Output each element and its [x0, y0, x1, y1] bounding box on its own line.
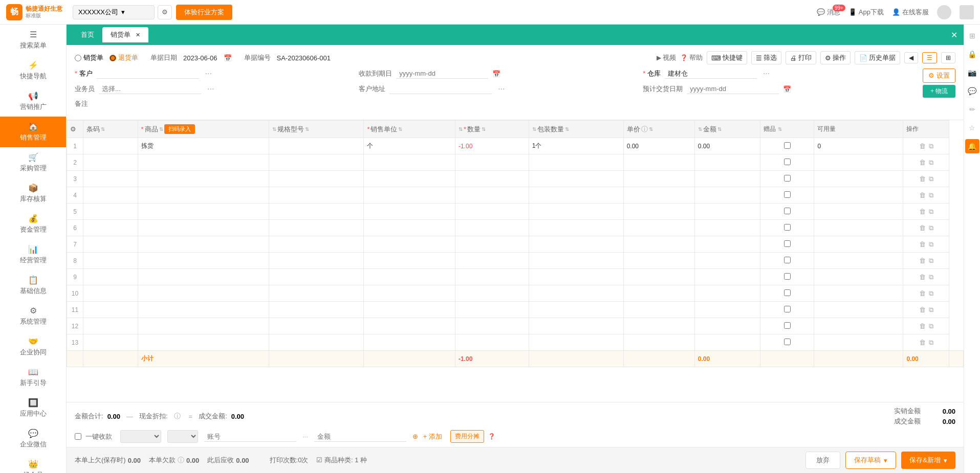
online-service-item[interactable]: 👤 在线客服 — [892, 8, 929, 17]
col-available-header[interactable]: 可用量 — [814, 121, 903, 138]
message-item[interactable]: 💬 消息 99+ — [817, 8, 840, 17]
cell-qty[interactable]: -1.00 — [455, 138, 529, 154]
cell-unit-price[interactable] — [623, 187, 694, 204]
tab-home[interactable]: 首页 — [73, 27, 102, 42]
col-qty-header[interactable]: ⇅ *数量 ⇅ — [455, 121, 529, 138]
cell-gift[interactable] — [760, 285, 814, 302]
sidebar-item-system[interactable]: ⚙ 系统管理 — [0, 301, 66, 331]
cell-gift[interactable] — [760, 187, 814, 204]
one-click-pay-checkbox[interactable] — [75, 433, 81, 440]
delete-icon[interactable]: 🗑 — [919, 142, 926, 150]
cell-spec[interactable] — [269, 269, 364, 285]
cell-unit[interactable] — [364, 154, 455, 171]
cell-barcode[interactable] — [83, 285, 138, 302]
cell-barcode[interactable] — [83, 154, 138, 171]
abandon-button[interactable]: 放弃 — [805, 452, 840, 469]
copy-icon[interactable]: ⧉ — [929, 175, 933, 183]
customer-more-icon[interactable]: ··· — [205, 69, 212, 78]
cell-unit[interactable] — [364, 220, 455, 236]
sidebar-item-finance[interactable]: 💰 资金管理 — [0, 209, 66, 239]
cell-unit-price[interactable] — [623, 253, 694, 269]
cell-spec[interactable] — [269, 154, 364, 171]
col-settings-header[interactable]: ⚙ — [67, 121, 83, 138]
cell-product[interactable] — [138, 204, 269, 220]
col-product-header[interactable]: *商品 ⇅ 扫码录入 — [138, 121, 269, 138]
cell-product[interactable] — [138, 302, 269, 318]
cell-gift[interactable] — [760, 302, 814, 318]
col-barcode-header[interactable]: 条码 ⇅ — [83, 121, 138, 138]
nav-prev-button[interactable]: ◀ — [904, 52, 918, 63]
cell-pack-qty[interactable] — [529, 154, 623, 171]
sidebar-item-quick-nav[interactable]: ⚡ 快捷导航 — [0, 55, 66, 86]
cell-spec[interactable] — [269, 302, 364, 318]
cell-qty[interactable] — [455, 269, 529, 285]
copy-icon[interactable]: ⧉ — [929, 224, 933, 232]
cell-amount[interactable] — [694, 220, 760, 236]
cell-amount[interactable] — [694, 318, 760, 334]
cell-product[interactable]: 拣货 — [138, 138, 269, 154]
cell-unit-price[interactable] — [623, 171, 694, 187]
col-unit-price-header[interactable]: 单价 ⓘ ⇅ — [623, 121, 694, 138]
customer-addr-input[interactable] — [389, 84, 492, 94]
cell-unit-price[interactable] — [623, 220, 694, 236]
cell-pack-qty[interactable]: 1个 — [529, 138, 623, 154]
cell-unit[interactable] — [364, 302, 455, 318]
cell-barcode[interactable] — [83, 269, 138, 285]
sidebar-item-member[interactable]: 👑 畅会员 — [0, 454, 66, 473]
cell-amount[interactable] — [694, 187, 760, 204]
warehouse-input[interactable] — [665, 69, 757, 79]
cell-spec[interactable] — [269, 318, 364, 334]
cell-unit-price[interactable] — [623, 154, 694, 171]
cell-barcode[interactable] — [83, 204, 138, 220]
save-button[interactable]: 保存&新增 ▾ — [901, 452, 955, 469]
copy-icon[interactable]: ⧉ — [929, 289, 933, 298]
user-menu[interactable] — [960, 5, 974, 19]
radio-sales-order[interactable]: 销货单 — [75, 53, 103, 62]
cell-amount[interactable] — [694, 171, 760, 187]
delete-icon[interactable]: 🗑 — [919, 289, 926, 298]
cell-gift[interactable] — [760, 253, 814, 269]
col-pack-qty-header[interactable]: ⇅ 包装数量 ⇅ — [529, 121, 623, 138]
col-gift-header[interactable]: 赠品 ⇅ — [760, 121, 814, 138]
video-link[interactable]: ▶ 视频 — [657, 53, 676, 62]
cell-pack-qty[interactable] — [529, 236, 623, 253]
copy-icon[interactable]: ⧉ — [929, 339, 933, 347]
cell-gift[interactable] — [760, 138, 814, 154]
view-list-button[interactable]: ☰ — [922, 52, 937, 63]
payment-calendar-icon[interactable]: 📅 — [492, 70, 500, 78]
cell-qty[interactable] — [455, 253, 529, 269]
cell-product[interactable] — [138, 253, 269, 269]
cell-gift[interactable] — [760, 334, 814, 351]
cell-spec[interactable] — [269, 138, 364, 154]
salesperson-input[interactable] — [99, 84, 201, 94]
col-amount-header[interactable]: ⇅ 金额 ⇅ — [694, 121, 760, 138]
cell-unit-price[interactable] — [623, 334, 694, 351]
expense-button[interactable]: 费用分摊 — [450, 430, 484, 443]
calc-method-select[interactable] — [120, 430, 161, 443]
cell-pack-qty[interactable] — [529, 318, 623, 334]
copy-icon[interactable]: ⧉ — [929, 257, 933, 265]
cell-gift[interactable] — [760, 204, 814, 220]
add-icon[interactable]: ⊕ — [412, 433, 418, 440]
cell-pack-qty[interactable] — [529, 220, 623, 236]
print-button[interactable]: 🖨 打印 — [786, 51, 816, 64]
amount-input[interactable] — [314, 432, 406, 442]
copy-icon[interactable]: ⧉ — [929, 159, 933, 167]
cell-unit-price[interactable] — [623, 302, 694, 318]
cell-pack-qty[interactable] — [529, 334, 623, 351]
sidebar-item-collab[interactable]: 🤝 企业协同 — [0, 331, 66, 362]
cell-amount[interactable] — [694, 285, 760, 302]
account-select[interactable] — [167, 430, 198, 443]
delete-icon[interactable]: 🗑 — [919, 257, 926, 265]
cell-product[interactable] — [138, 269, 269, 285]
delete-icon[interactable]: 🗑 — [919, 224, 926, 232]
cell-unit-price[interactable] — [623, 269, 694, 285]
cell-gift[interactable] — [760, 220, 814, 236]
cell-unit[interactable]: 个 — [364, 138, 455, 154]
cell-product[interactable] — [138, 236, 269, 253]
trial-button[interactable]: 体验行业方案 — [176, 5, 232, 20]
payment-date-input[interactable] — [396, 69, 488, 79]
cell-pack-qty[interactable] — [529, 171, 623, 187]
help-link[interactable]: ❓ 帮助 — [680, 53, 703, 62]
addr-more-icon[interactable]: ··· — [498, 84, 505, 94]
